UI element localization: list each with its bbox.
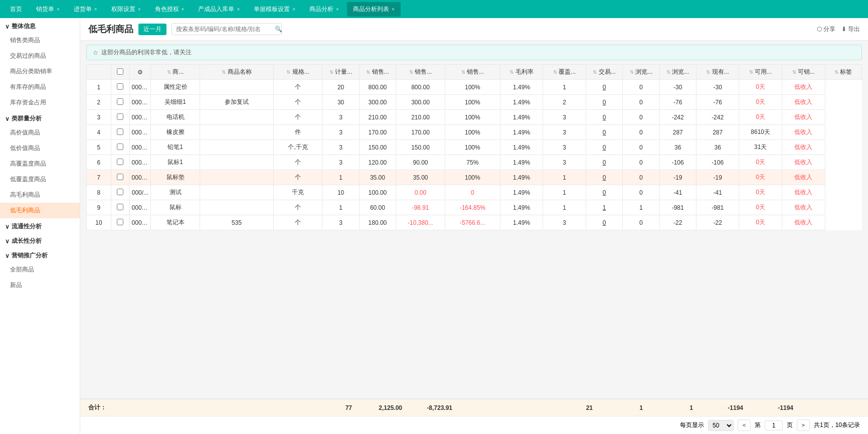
sidebar-item-交易过的商品[interactable]: 交易过的商品 [0, 48, 80, 64]
cell-checkbox[interactable] [111, 155, 129, 170]
cell-no: 9 [87, 200, 111, 215]
cell-checkbox[interactable] [111, 125, 129, 140]
row-checkbox[interactable] [117, 204, 123, 210]
prev-page-button[interactable]: ＜ [738, 419, 751, 431]
cell-checkbox[interactable] [111, 140, 129, 155]
sidebar-item-新品[interactable]: 新品 [0, 277, 80, 293]
sidebar-item-高毛利商品[interactable]: 高毛利商品 [0, 187, 80, 203]
sidebar-item-商品分类助销率[interactable]: 商品分类助销率 [0, 64, 80, 79]
row-checkbox[interactable] [117, 159, 123, 165]
sidebar-group-流通性分析[interactable]: ∨流通性分析 [0, 218, 80, 233]
cell-view2: 0 [623, 125, 659, 140]
page-input[interactable] [765, 420, 783, 430]
nav-close-icon[interactable]: × [336, 7, 339, 12]
col-header-current[interactable]: ⇅ 现有... [696, 65, 739, 80]
row-checkbox[interactable] [117, 219, 123, 225]
row-checkbox[interactable] [117, 174, 123, 180]
cell-code: 0000... [129, 215, 151, 230]
table-container[interactable]: ⚙ ⇅ 商... ⇅ 商品名称 ⇅ 规格... ⇅ 计量... ⇅ 销售... … [80, 64, 868, 398]
cell-view1: 0 [586, 185, 622, 200]
col-header-cover[interactable]: ⇅ 覆盖... [543, 65, 586, 80]
col-header-spec[interactable]: ⇅ 规格... [273, 65, 322, 80]
nav-close-icon[interactable]: × [182, 7, 185, 12]
col-header-gross[interactable]: ⇅ 毛利率 [500, 65, 543, 80]
sidebar-group-营销推广分析[interactable]: ∨营销推广分析 [0, 247, 80, 262]
cell-view1: 0 [586, 170, 622, 185]
nav-item-单据模板设置[interactable]: 单据模板设置× [248, 2, 301, 17]
cell-checkbox[interactable] [111, 215, 129, 230]
col-header-unit[interactable]: ⇅ 计量... [322, 65, 359, 80]
sidebar-item-销售类商品[interactable]: 销售类商品 [0, 33, 80, 48]
col-header-name[interactable]: ⇅ 商品名称 [200, 65, 274, 80]
nav-item-角色授权[interactable]: 角色授权× [149, 2, 191, 17]
col-header-view1[interactable]: ⇅ 浏览... [623, 65, 659, 80]
per-page-label: 每页显示 [680, 421, 704, 429]
sidebar-group-类群量分析[interactable]: ∨类群量分析 [0, 110, 80, 125]
row-checkbox[interactable] [117, 189, 123, 195]
nav-item-销货单[interactable]: 销货单× [30, 2, 66, 17]
cell-checkbox[interactable] [111, 170, 129, 185]
cell-sales-amt: -98.91 [396, 200, 445, 215]
cell-checkbox[interactable] [111, 95, 129, 110]
share-button[interactable]: ⬡ 分享 [817, 25, 835, 34]
sidebar-item-低覆盖度商品[interactable]: 低覆盖度商品 [0, 172, 80, 187]
total-sales-qty: 77 [312, 404, 352, 411]
col-header-view2[interactable]: ⇅ 浏览... [659, 65, 696, 80]
export-button[interactable]: ⬇ 导出 [841, 25, 860, 34]
cell-unit: 个 [273, 170, 322, 185]
cell-checkbox[interactable] [111, 200, 129, 215]
nav-item-商品分析[interactable]: 商品分析× [303, 2, 345, 17]
col-header-tag[interactable]: ⇅ 标签 [825, 65, 861, 80]
cell-checkbox[interactable] [111, 185, 129, 200]
nav-item-进货单[interactable]: 进货单× [68, 2, 103, 17]
nav-close-icon[interactable]: × [57, 7, 60, 12]
table-row: 6 0000... 鼠标1 个 3 120.00 90.00 75% 1.49%… [87, 155, 862, 170]
row-checkbox[interactable] [117, 83, 123, 90]
cell-checkbox[interactable] [111, 110, 129, 125]
cell-view1[interactable]: 1 [586, 200, 622, 215]
col-header-sales-amt[interactable]: ⇅ 销售... [445, 65, 500, 80]
col-header-gear[interactable]: ⚙ [129, 65, 151, 80]
sidebar-item-低毛利商品[interactable]: 低毛利商品 [0, 203, 80, 218]
col-header-trade[interactable]: ⇅ 交易... [586, 65, 622, 80]
sidebar-item-有库存的商品[interactable]: 有库存的商品 [0, 79, 80, 95]
nav-close-icon[interactable]: × [237, 7, 240, 12]
sidebar-item-低价值商品[interactable]: 低价值商品 [0, 140, 80, 156]
search-input[interactable] [171, 23, 282, 35]
col-header-sales-qty[interactable]: ⇅ 销售... [359, 65, 396, 80]
sidebar-group-成长性分析[interactable]: ∨成长性分析 [0, 233, 80, 247]
cell-checkbox[interactable] [111, 80, 129, 95]
nav-item-商品分析列表[interactable]: 商品分析列表× [347, 2, 401, 17]
select-all-checkbox[interactable] [117, 68, 123, 75]
col-header-code[interactable]: ⇅ 商... [151, 65, 200, 80]
nav-close-icon[interactable]: × [94, 7, 97, 12]
search-icon[interactable]: 🔍 [275, 26, 282, 33]
cell-trade: 1 [543, 80, 586, 95]
sidebar-group-整体信息[interactable]: ∨整体信息 [0, 18, 80, 33]
sidebar-item-全部商品[interactable]: 全部商品 [0, 262, 80, 277]
sidebar-item-库存资金占用[interactable]: 库存资金占用 [0, 95, 80, 110]
sidebar-item-高覆盖度商品[interactable]: 高覆盖度商品 [0, 156, 80, 172]
row-checkbox[interactable] [117, 128, 123, 135]
cell-spec [200, 185, 274, 200]
cell-unit: 件 [273, 125, 322, 140]
row-checkbox[interactable] [117, 113, 123, 120]
filter-button[interactable]: 近一月 [138, 24, 166, 35]
col-header-saleable[interactable]: ⇅ 可销... [782, 65, 825, 80]
nav-item-权限设置[interactable]: 权限设置× [105, 2, 147, 17]
cell-saleable: 8610天 [739, 125, 782, 140]
nav-item-产成品入库单[interactable]: 产成品入库单× [192, 2, 246, 17]
next-page-button[interactable]: ＞ [797, 419, 810, 431]
row-checkbox[interactable] [117, 143, 123, 150]
col-header-avail[interactable]: ⇅ 可用... [739, 65, 782, 80]
nav-close-icon[interactable]: × [292, 7, 295, 12]
sidebar-item-高价值商品[interactable]: 高价值商品 [0, 125, 80, 140]
nav-item-首页[interactable]: 首页 [4, 2, 28, 17]
row-checkbox[interactable] [117, 98, 123, 105]
per-page-select[interactable]: 50 100 [708, 420, 734, 431]
nav-close-icon[interactable]: × [138, 7, 141, 12]
nav-close-icon[interactable]: × [392, 7, 395, 12]
cell-spec [200, 170, 274, 185]
col-header-sales-price[interactable]: ⇅ 销售... [396, 65, 445, 80]
table-row: 8 000/... 测试 千克 10 100.00 0.00 0 1.49% 1… [87, 185, 862, 200]
